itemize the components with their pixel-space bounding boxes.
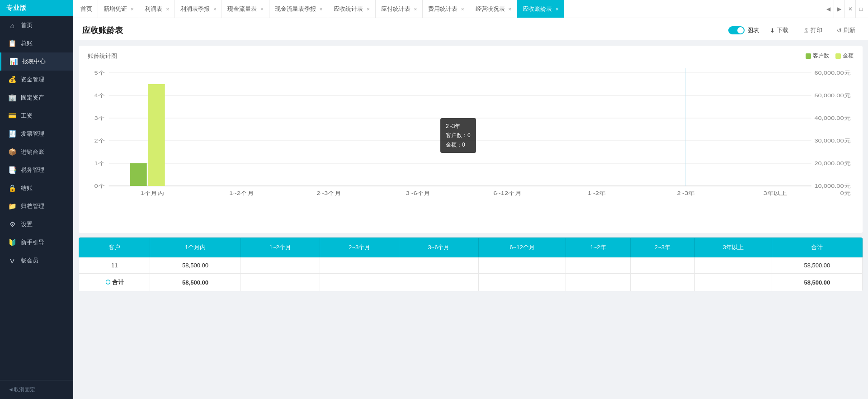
tab-label-6: 应收统计表 — [334, 5, 363, 13]
tab-label-10: 应收账龄表 — [523, 5, 552, 13]
tab-10[interactable]: 应收账龄表× — [517, 0, 564, 18]
svg-text:2个: 2个 — [94, 138, 104, 144]
legend-dot-amount — [835, 53, 841, 59]
refresh-btn[interactable]: ↺ 刷新 — [833, 24, 859, 36]
cell-total-m4 — [399, 274, 478, 291]
cell-m8 — [695, 257, 772, 274]
page-title: 应收账龄表 — [82, 25, 123, 36]
cell-total-label: ⬡合计 — [79, 274, 150, 291]
sidebar-icon-invoice: 🧾 — [8, 130, 16, 138]
chart-toggle[interactable]: 图表 — [728, 26, 759, 34]
tab-close-8[interactable]: × — [461, 6, 464, 12]
svg-text:50,000.00元: 50,000.00元 — [814, 93, 850, 99]
sidebar-item-purchase[interactable]: 📦进销台账 — [0, 143, 73, 161]
sidebar-icon-settings: ⚙ — [8, 220, 16, 228]
sidebar-icon-vip: V — [8, 257, 16, 265]
tab-close-9[interactable]: × — [509, 6, 511, 12]
svg-text:10,000.00元: 10,000.00元 — [814, 183, 850, 189]
sidebar-item-assets[interactable]: 🏢固定资产 — [0, 89, 73, 107]
tab-close-4[interactable]: × — [260, 6, 263, 12]
sidebar-item-archive[interactable]: 📁归档管理 — [0, 197, 73, 215]
col-header-m6: 1~2年 — [566, 238, 630, 257]
tab-close-1[interactable]: × — [131, 6, 133, 12]
tab-1[interactable]: 新增凭证× — [98, 0, 139, 18]
download-btn[interactable]: ⬇ 下载 — [766, 24, 792, 36]
toggle-track[interactable] — [728, 26, 745, 34]
download-icon: ⬇ — [770, 27, 775, 34]
tab-0[interactable]: 首页 — [75, 0, 98, 18]
table-total-row: ⬡合计 58,500.00 58,500.00 — [79, 274, 863, 291]
tab-close-all-btn[interactable]: ✕ — [844, 0, 855, 18]
svg-text:1个月内: 1个月内 — [141, 190, 164, 196]
sidebar-label-settings: 设置 — [21, 220, 33, 228]
tab-6[interactable]: 应收统计表× — [328, 0, 375, 18]
chart-legend: 客户数 金额 — [806, 52, 854, 60]
tab-label-3: 利润表季报 — [180, 5, 210, 13]
cell-total-m3 — [320, 274, 399, 291]
unpin-sidebar[interactable]: ◄取消固定 — [0, 380, 73, 399]
sidebar-label-ledger: 总账 — [21, 39, 33, 48]
sidebar-item-guide[interactable]: 🔰新手引导 — [0, 233, 73, 252]
cell-m1: 58,500.00 — [150, 257, 241, 274]
cell-total-m7 — [630, 274, 694, 291]
tab-maximize-btn[interactable]: □ — [855, 0, 866, 18]
data-table: 客户 1个月内 1~2个月 2~3个月 3~6个月 6~12个月 1~2年 2~… — [79, 238, 863, 291]
cell-total-m5 — [478, 274, 566, 291]
tab-label-7: 应付统计表 — [381, 5, 410, 13]
tab-close-6[interactable]: × — [367, 6, 369, 12]
cell-customer: 11 — [79, 257, 150, 274]
tab-label-1: 新增凭证 — [104, 5, 127, 13]
tab-close-10[interactable]: × — [556, 6, 558, 12]
legend-label-amount: 金额 — [843, 52, 854, 60]
col-header-m4: 3~6个月 — [399, 238, 478, 257]
sidebar-icon-tax: 📑 — [8, 166, 16, 174]
svg-text:30,000.00元: 30,000.00元 — [814, 138, 850, 144]
sidebar-item-close[interactable]: 🔒结账 — [0, 179, 73, 197]
sidebar-item-home[interactable]: ⌂首页 — [0, 16, 73, 34]
tab-prev-btn[interactable]: ◀ — [823, 0, 834, 18]
tab-9[interactable]: 经营状况表× — [470, 0, 517, 18]
sidebar-item-settings[interactable]: ⚙设置 — [0, 215, 73, 233]
sidebar-icon-archive: 📁 — [8, 202, 16, 210]
svg-text:2~3年: 2~3年 — [677, 190, 695, 196]
tab-label-0: 首页 — [80, 5, 92, 13]
tab-8[interactable]: 费用统计表× — [423, 0, 470, 18]
svg-text:3个: 3个 — [94, 115, 104, 121]
tab-close-2[interactable]: × — [166, 6, 169, 12]
print-btn[interactable]: 🖨 打印 — [799, 24, 826, 36]
svg-text:6~12个月: 6~12个月 — [493, 190, 521, 196]
sidebar: 专业版 ⌂首页📋总账📊报表中心💰资金管理🏢固定资产💳工资🧾发票管理📦进销台账📑税… — [0, 0, 73, 399]
col-header-m8: 3年以上 — [695, 238, 772, 257]
tab-4[interactable]: 现金流量表× — [222, 0, 269, 18]
tab-3[interactable]: 利润表季报× — [175, 0, 222, 18]
sidebar-item-reports[interactable]: 📊报表中心 — [0, 52, 73, 71]
tab-label-5: 现金流量表季报 — [275, 5, 316, 13]
sidebar-label-archive: 归档管理 — [21, 202, 44, 210]
tab-close-5[interactable]: × — [320, 6, 322, 12]
sidebar-item-salary[interactable]: 💳工资 — [0, 107, 73, 125]
sidebar-item-vip[interactable]: V畅会员 — [0, 252, 73, 270]
tab-close-7[interactable]: × — [414, 6, 417, 12]
sidebar-item-ledger[interactable]: 📋总账 — [0, 34, 73, 52]
total-icon: ⬡ — [105, 279, 110, 285]
svg-text:5个: 5个 — [94, 70, 104, 76]
tab-7[interactable]: 应付统计表× — [376, 0, 423, 18]
svg-text:0个: 0个 — [94, 183, 104, 189]
svg-text:1个: 1个 — [94, 161, 104, 166]
tab-next-btn[interactable]: ▶ — [834, 0, 844, 18]
svg-text:1~2年: 1~2年 — [588, 190, 606, 196]
svg-text:60,000.00元: 60,000.00元 — [814, 70, 850, 76]
tab-close-3[interactable]: × — [213, 6, 216, 12]
tab-2[interactable]: 利润表× — [139, 0, 175, 18]
tab-bar: 首页新增凭证×利润表×利润表季报×现金流量表×现金流量表季报×应收统计表×应付统… — [73, 0, 868, 18]
refresh-label: 刷新 — [844, 26, 855, 34]
legend-dot-customers — [806, 53, 811, 59]
sidebar-icon-purchase: 📦 — [8, 148, 16, 156]
chart-area: 账龄统计图 客户数 金额 5个 4个 3个 2个 1个 0个 60,000.00 — [79, 46, 863, 233]
sidebar-item-funds[interactable]: 💰资金管理 — [0, 71, 73, 89]
sidebar-item-tax[interactable]: 📑税务管理 — [0, 161, 73, 179]
tab-5[interactable]: 现金流量表季报× — [269, 0, 328, 18]
svg-text:2~3个月: 2~3个月 — [316, 190, 341, 196]
sidebar-label-invoice: 发票管理 — [21, 130, 44, 138]
sidebar-item-invoice[interactable]: 🧾发票管理 — [0, 125, 73, 143]
